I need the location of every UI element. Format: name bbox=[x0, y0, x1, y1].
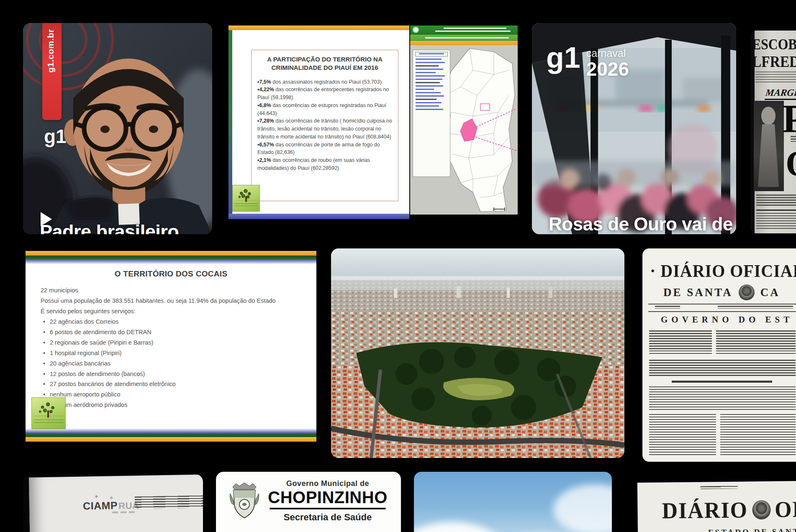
cloud-shape bbox=[553, 484, 612, 532]
map-subheader-bar bbox=[410, 35, 518, 41]
video-caption: Padre brasileiro gato vira bbox=[40, 220, 212, 234]
republic-emblem-icon bbox=[739, 284, 755, 300]
slide-title: O TERRITÓRIO DOS COCAIS bbox=[26, 269, 316, 279]
g1-url-watermark: g1.com.br bbox=[46, 29, 56, 73]
document-header-top: Governo Municipal de bbox=[268, 479, 388, 488]
newspaper-big-headline: O bbox=[786, 143, 796, 184]
map-orange-bar bbox=[410, 41, 518, 45]
result-tile-piaui-criminalidade-slide[interactable]: A PARTICIPAÇÃO DO TERRITÓRIO NA CRIMINAL… bbox=[226, 23, 520, 234]
slide-bullet: 20 agências bancárias bbox=[41, 358, 304, 369]
tree-logo-icon bbox=[31, 397, 66, 429]
document-header-sub: Secretaria de Saúde bbox=[268, 512, 388, 523]
slide-bullet-list: 22 agências dos Correios 6 postos de ate… bbox=[41, 317, 304, 410]
map-legend-panel bbox=[413, 50, 450, 177]
newspaper-gov-line: GOVERNO DO EST bbox=[661, 315, 793, 325]
result-tile-diario-oficial[interactable]: · DIÁRIO OFICIAL DO DE SANTA CA GOVERNO … bbox=[642, 248, 796, 462]
slide-bullet: 2 regionais de saúde (Piripiri e Barras) bbox=[41, 338, 304, 348]
state-emblem-icon bbox=[413, 27, 419, 33]
slide-bullet: 1 hospital regional (Piripiri) bbox=[41, 348, 304, 358]
newspaper-masthead: · DIÁRIO OFICIAL DO bbox=[650, 260, 796, 281]
result-tile-old-newspaper[interactable]: ESCOBER LFREDO MARGIN PO O bbox=[750, 31, 796, 233]
header-underline bbox=[270, 508, 386, 509]
slide-text-box: A PARTICIPAÇÃO DO TERRITÓRIO NA CRIMINAL… bbox=[251, 50, 398, 201]
slide-bullet: •6,8% das ocorrências de estupros regist… bbox=[257, 102, 392, 118]
slide-area: O TERRITÓRIO DOS COCAIS 22 municípios Po… bbox=[26, 251, 316, 442]
g1-carnaval-logo: g1 carnaval 2026 bbox=[546, 45, 629, 79]
map-screenshot-area bbox=[410, 26, 518, 215]
slide-bullet: •2,1% das ocorrências de roubo (em suas … bbox=[257, 156, 392, 172]
slide-bullet: 27 postos bancários de atendimento eletr… bbox=[41, 379, 304, 389]
slide-left-stripe bbox=[229, 30, 232, 214]
result-tile-diario-ofic-bottom[interactable]: DIÁRIO OFIC ESTADO DE SANTA bbox=[627, 474, 796, 532]
document-paper: ✦ ✧ CIAMPRUA bbox=[29, 474, 203, 532]
result-tile-carnaval-video[interactable]: g1 carnaval 2026 Rosas de Ouro vai de ca… bbox=[532, 23, 736, 234]
slide-bullet: •6,57% das ocorrências de porte de arma … bbox=[257, 141, 392, 157]
cloud-shape bbox=[414, 522, 506, 532]
document-header-main: CHOPINZINHO bbox=[268, 488, 388, 507]
slide-bullet: 12 postos de atendimento (bancos) bbox=[41, 369, 304, 379]
result-tile-aerial-city-photo[interactable] bbox=[331, 248, 624, 458]
carnaval-word: carnaval bbox=[586, 47, 629, 59]
image-search-results-page: { "colors": { "page_background": "#00000… bbox=[0, 0, 796, 532]
newspaper-headline: LFREDO bbox=[752, 52, 796, 71]
slide-body: 22 municípios Possui uma população de 38… bbox=[41, 285, 304, 410]
republic-emblem-icon bbox=[752, 500, 770, 519]
g1-watermark-ribbon: g1.com.br bbox=[42, 23, 62, 120]
slide-area: A PARTICIPAÇÃO DO TERRITÓRIO NA CRIMINAL… bbox=[229, 26, 409, 219]
video-caption: Rosas de Ouro vai de campeã no rebaixame… bbox=[549, 213, 733, 234]
aerial-photo-graphic bbox=[331, 248, 624, 458]
slide-line: É servido pelos seguintes serviços: bbox=[41, 306, 304, 317]
slide-bottom-bar bbox=[229, 214, 409, 219]
newspaper-clipping: ESCOBER LFREDO MARGIN PO O bbox=[755, 31, 796, 233]
slide-title: A PARTICIPAÇÃO DO TERRITÓRIO NA CRIMINAL… bbox=[257, 55, 392, 72]
newspaper-subtitle: DE SANTA CA bbox=[663, 284, 780, 300]
newspaper-masthead: DIÁRIO OFIC bbox=[662, 496, 796, 524]
ciamp-rua-logo: ✦ ✧ CIAMPRUA bbox=[83, 499, 139, 514]
result-tile-cocais-slide[interactable]: O TERRITÓRIO DOS COCAIS 22 municípios Po… bbox=[23, 248, 319, 458]
newspaper-subtitle: ESTADO DE SANTA bbox=[708, 527, 796, 532]
slide-bullet: 6 postos de atendimento do DETRAN bbox=[41, 327, 304, 338]
result-tile-padre-video[interactable]: g1.com.br g1 Padre brasileiro gato vira bbox=[23, 23, 212, 234]
map-header-bar bbox=[410, 26, 518, 35]
newspaper-big-headline: PO bbox=[782, 101, 796, 137]
result-tile-chopinzinho-document[interactable]: Governo Municipal de CHOPINZINHO Secreta… bbox=[216, 472, 401, 532]
slide-bullet: nenhum aeroporto público bbox=[41, 389, 304, 400]
g1-logo: g1 bbox=[44, 125, 67, 148]
slide-bullet: 22 agências dos Correios bbox=[41, 317, 304, 327]
slide-line: 22 municípios bbox=[41, 285, 304, 296]
newspaper-headline: ESCOBER bbox=[752, 36, 796, 53]
coat-of-arms-icon bbox=[229, 481, 259, 519]
newspaper-photo bbox=[754, 101, 784, 191]
slide-bullet: nenhum aeródromo privados bbox=[41, 400, 304, 410]
slide-bullet: •4,22% das ocorrências de entorpecentes … bbox=[257, 86, 392, 102]
slide-line: Possui uma população de 383.551 habitant… bbox=[41, 296, 304, 306]
result-tile-sky-photo[interactable] bbox=[414, 472, 612, 532]
carnaval-year: 2026 bbox=[586, 59, 629, 79]
g1-logo: g1 bbox=[546, 45, 580, 79]
slide-bullet: •7,28% das ocorrências de trânsito ( hom… bbox=[257, 117, 392, 141]
document-text-block bbox=[135, 495, 203, 509]
tree-logo-icon bbox=[232, 185, 260, 212]
slide-bullet: •7,5% dos assassinatos registrados no Pi… bbox=[257, 78, 392, 86]
result-tile-ciamp-document[interactable]: ✦ ✧ CIAMPRUA bbox=[23, 474, 203, 532]
slide-top-bar bbox=[229, 26, 409, 30]
newspaper-clipping: DIÁRIO OFIC ESTADO DE SANTA bbox=[637, 481, 796, 532]
